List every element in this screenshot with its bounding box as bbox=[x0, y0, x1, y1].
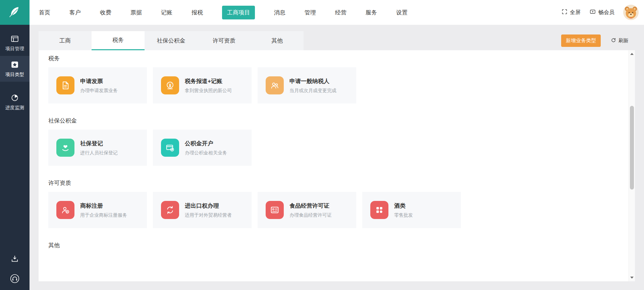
invoice-icon bbox=[56, 76, 74, 94]
alcohol-grid-icon bbox=[370, 201, 388, 219]
section-title: 税务 bbox=[48, 55, 615, 62]
top-bar-right: 全屏 畅会员 bbox=[561, 5, 644, 20]
card-title: 食品经营许可证 bbox=[289, 202, 332, 210]
main-area: 工商 税务 社保公积金 许可资质 其他 新增业务类型 刷新 bbox=[30, 25, 644, 290]
nav-item-tax-filing[interactable]: 报税 bbox=[192, 9, 203, 16]
sidebar-item-progress-monitor[interactable]: 进度监测 bbox=[0, 89, 30, 115]
nav-item-messages[interactable]: 消息 bbox=[274, 9, 285, 16]
refresh-label: 刷新 bbox=[619, 38, 629, 44]
card-food-business-license[interactable]: 食品经营许可证 办理食品经营许可证 bbox=[258, 192, 356, 228]
sidebar-bottom-icons bbox=[0, 255, 30, 285]
import-export-icon bbox=[161, 201, 179, 219]
card-subtitle: 零售批发 bbox=[394, 212, 413, 218]
scroll-up-arrow[interactable] bbox=[629, 51, 635, 57]
tab-shuiwu[interactable]: 税务 bbox=[92, 31, 145, 50]
tab-shebao-gongjijin[interactable]: 社保公积金 bbox=[145, 31, 198, 50]
progress-monitor-icon bbox=[0, 93, 30, 102]
section-title: 其他 bbox=[48, 241, 615, 249]
project-manage-icon bbox=[0, 34, 30, 43]
section-taxes: 税务 申请发票 bbox=[48, 55, 615, 103]
section-social-insurance: 社保公积金 社保登记 进行人员社保登记 bbox=[48, 117, 615, 166]
section-title: 许可资质 bbox=[48, 179, 615, 187]
card-trademark-register[interactable]: R 商标注册 用于企业商标注册服务 bbox=[48, 192, 147, 228]
fullscreen-button[interactable]: 全屏 bbox=[561, 9, 581, 16]
card-title: 商标注册 bbox=[80, 202, 127, 210]
tab-xuke-zizhi[interactable]: 许可资质 bbox=[198, 31, 251, 50]
card-subtitle: 办理公积金相关业务 bbox=[185, 150, 227, 156]
scrollbar-thumb[interactable] bbox=[630, 106, 634, 190]
nav-item-business-projects[interactable]: 工商项目 bbox=[222, 6, 255, 19]
category-tabs: 工商 税务 社保公积金 许可资质 其他 bbox=[39, 31, 304, 50]
add-business-type-button[interactable]: 新增业务类型 bbox=[561, 34, 601, 47]
card-subtitle: 办理申请发票业务 bbox=[80, 88, 118, 94]
leaf-logo-icon bbox=[8, 5, 21, 20]
svg-text:R: R bbox=[66, 211, 68, 213]
main-nav: 首页 客户 收费 票据 记账 报税 工商项目 消息 管理 经营 服务 设置 bbox=[39, 6, 408, 19]
social-insurance-icon bbox=[56, 139, 74, 157]
app-logo[interactable] bbox=[0, 0, 30, 25]
project-type-icon bbox=[0, 60, 30, 69]
card-title: 公积金开户 bbox=[185, 140, 227, 147]
card-title: 税务报道+记账 bbox=[185, 77, 232, 85]
refresh-button[interactable]: 刷新 bbox=[611, 38, 629, 44]
fullscreen-icon bbox=[561, 9, 568, 16]
tab-qita[interactable]: 其他 bbox=[251, 31, 304, 50]
nav-item-settings[interactable]: 设置 bbox=[396, 9, 408, 16]
tab-gongshang[interactable]: 工商 bbox=[39, 31, 92, 50]
tax-report-icon bbox=[161, 76, 179, 94]
card-title: 进出口权办理 bbox=[185, 202, 232, 210]
nav-item-bills[interactable]: 票据 bbox=[130, 9, 142, 16]
section-title: 社保公积金 bbox=[48, 117, 615, 125]
member-button[interactable]: 畅会员 bbox=[589, 9, 614, 16]
scroll-down-arrow[interactable] bbox=[629, 275, 635, 281]
card-apply-invoice[interactable]: 申请发票 办理申请发票业务 bbox=[48, 67, 147, 103]
download-dock-icon[interactable] bbox=[10, 255, 19, 265]
section-licenses: 许可资质 R bbox=[48, 179, 615, 228]
section-other: 其他 bbox=[48, 241, 615, 249]
sidebar-item-label: 项目管理 bbox=[0, 46, 30, 52]
sidebar-item-project-manage[interactable]: 项目管理 bbox=[0, 30, 30, 56]
member-label: 畅会员 bbox=[598, 9, 614, 16]
bear-avatar-icon bbox=[623, 5, 639, 20]
card-import-export-rights[interactable]: 进出口权办理 适用于对外贸易经营者 bbox=[153, 192, 252, 228]
content-panel: 税务 申请发票 bbox=[39, 50, 635, 281]
card-title: 申请一般纳税人 bbox=[289, 77, 336, 85]
top-bar: 首页 客户 收费 票据 记账 报税 工商项目 消息 管理 经营 服务 设置 全屏 bbox=[0, 0, 644, 25]
sidebar-item-label: 项目类型 bbox=[0, 72, 30, 78]
card-title: 社保登记 bbox=[80, 140, 118, 147]
nav-item-services[interactable]: 服务 bbox=[366, 9, 377, 16]
nav-item-fees[interactable]: 收费 bbox=[100, 9, 111, 16]
headset-support-icon[interactable] bbox=[10, 274, 19, 285]
sidebar-item-project-type[interactable]: 项目类型 bbox=[0, 56, 30, 82]
card-title: 申请发票 bbox=[80, 77, 118, 85]
nav-item-customers[interactable]: 客户 bbox=[69, 9, 81, 16]
card-alcohol[interactable]: 酒类 零售批发 bbox=[362, 192, 461, 228]
nav-item-bookkeeping[interactable]: 记账 bbox=[161, 9, 172, 16]
left-sidebar: 项目管理 项目类型 进度监测 bbox=[0, 25, 30, 290]
trademark-icon: R bbox=[56, 201, 74, 219]
card-subtitle: 办理食品经营许可证 bbox=[289, 212, 332, 218]
fund-account-icon bbox=[161, 139, 179, 157]
card-social-insurance-register[interactable]: 社保登记 进行人员社保登记 bbox=[48, 130, 147, 166]
card-title: 酒类 bbox=[394, 202, 413, 210]
card-subtitle: 用于企业商标注册服务 bbox=[80, 212, 127, 218]
card-tax-registration-bookkeeping[interactable]: 税务报道+记账 拿到营业执照的新公司 bbox=[153, 67, 252, 103]
user-avatar[interactable] bbox=[623, 5, 639, 20]
card-general-taxpayer[interactable]: 申请一般纳税人 当月或次月成变更完成 bbox=[258, 67, 356, 103]
card-fund-account-opening[interactable]: 公积金开户 办理公积金相关业务 bbox=[153, 130, 252, 166]
taxpayer-icon bbox=[266, 76, 284, 94]
card-subtitle: 进行人员社保登记 bbox=[80, 150, 118, 156]
card-subtitle: 拿到营业执照的新公司 bbox=[185, 88, 232, 94]
nav-item-operations[interactable]: 经营 bbox=[335, 9, 346, 16]
refresh-icon bbox=[611, 38, 616, 44]
nav-item-admin[interactable]: 管理 bbox=[305, 9, 316, 16]
play-video-icon bbox=[589, 9, 596, 16]
nav-item-home[interactable]: 首页 bbox=[39, 9, 50, 16]
card-subtitle: 适用于对外贸易经营者 bbox=[185, 212, 232, 218]
sidebar-item-label: 进度监测 bbox=[0, 105, 30, 111]
toolbar: 新增业务类型 刷新 bbox=[561, 34, 629, 47]
vertical-scrollbar[interactable] bbox=[629, 50, 635, 281]
app-window: 首页 客户 收费 票据 记账 报税 工商项目 消息 管理 经营 服务 设置 全屏 bbox=[0, 0, 644, 290]
card-subtitle: 当月或次月成变更完成 bbox=[289, 88, 336, 94]
food-license-icon bbox=[266, 201, 284, 219]
